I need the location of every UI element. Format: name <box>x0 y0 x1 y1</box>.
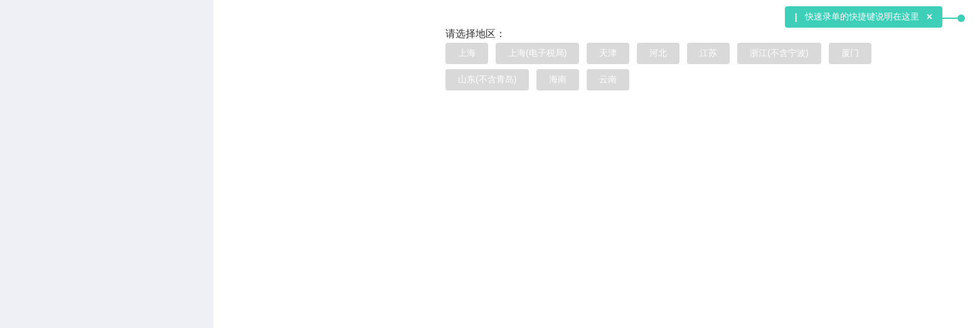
page-label: 请选择地区： <box>445 28 506 41</box>
region-button[interactable]: 上海 <box>445 43 488 64</box>
region-button[interactable]: 厦门 <box>829 43 871 64</box>
region-row-2: 山东(不含青岛)海南云南 <box>445 69 629 90</box>
region-button[interactable]: 云南 <box>587 69 629 90</box>
tooltip-line <box>940 18 957 19</box>
region-button[interactable]: 天津 <box>587 43 629 64</box>
region-button[interactable]: 山东(不含青岛) <box>445 69 529 90</box>
tooltip-dot <box>957 14 965 22</box>
region-button[interactable]: 江苏 <box>687 43 730 64</box>
tooltip-text: 快速录单的快捷键说明在这里 <box>805 11 919 23</box>
region-row-1: 上海上海(电子税局)天津河北江苏浙江(不含宁波)厦门 <box>445 43 871 64</box>
left-sidebar <box>0 0 213 328</box>
region-button[interactable]: 海南 <box>536 69 579 90</box>
region-button[interactable]: 上海(电子税局) <box>496 43 579 64</box>
tooltip-banner: 快速录单的快捷键说明在这里 × <box>785 6 942 28</box>
region-button[interactable]: 浙江(不含宁波) <box>737 43 821 64</box>
main-content: 请选择地区： 上海上海(电子税局)天津河北江苏浙江(不含宁波)厦门 山东(不含青… <box>213 0 980 328</box>
region-button[interactable]: 河北 <box>637 43 679 64</box>
tooltip-close-button[interactable]: × <box>927 11 932 23</box>
